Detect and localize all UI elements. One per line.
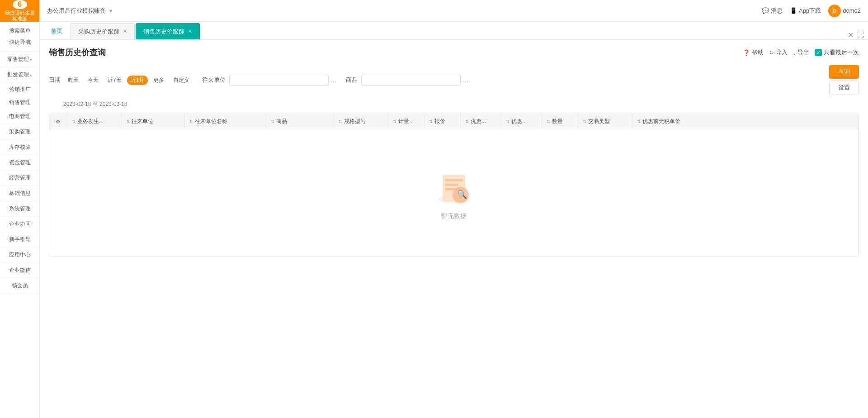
only-last-toggle[interactable]: ✓ 只看最后一次 — [815, 48, 859, 57]
sort-icon-no-tax: ⇅ — [637, 119, 641, 124]
sidebar-item-retail[interactable]: 零售管理▾ — [0, 52, 39, 67]
sort-icon-spec: ⇅ — [339, 119, 342, 124]
sidebar-item-basics[interactable]: 基础信息 — [0, 186, 39, 201]
partner-input[interactable] — [229, 75, 329, 86]
sort-icon-price: ⇅ — [429, 119, 433, 124]
th-unit[interactable]: ⇅ 计量... — [388, 114, 425, 129]
sidebar-item-enterprise[interactable]: 企业协同 — [0, 217, 39, 232]
sidebar-item-inventory[interactable]: 库存核算 — [0, 140, 39, 155]
partner-filter-label: 往来单位 — [202, 76, 226, 84]
shortcut-nav-item[interactable]: 快捷导航 — [3, 37, 37, 48]
sort-icon-unit-code: ⇅ — [126, 119, 130, 124]
empty-state: 🔍 暂无数据 — [49, 129, 859, 256]
data-table: ⚙ ⇅ 业务发生... ⇅ 往来单位 ⇅ 往来单位名称 — [49, 114, 859, 257]
sidebar-item-finance[interactable]: 资金管理 — [0, 155, 39, 171]
export-button[interactable]: ↓ 导出 — [793, 48, 810, 57]
page-header: 销售历史价查询 ❓ 帮助 ↻ 导入 ↓ 导出 ✓ — [49, 47, 859, 58]
th-discount1[interactable]: ⇅ 优惠... — [461, 114, 501, 129]
search-menu-item[interactable]: 搜索菜单 — [3, 25, 37, 37]
th-product[interactable]: ⇅ 商品 — [266, 114, 334, 129]
import-button[interactable]: ↻ 导入 — [769, 48, 788, 57]
topbar-dropdown-icon[interactable]: ▾ — [109, 8, 112, 14]
svg-rect-3 — [445, 184, 458, 186]
main-area: 办公用品行业模拟账套 ▾ 💬 消息 📱 App下载 D demo2 首页 采购历… — [40, 0, 868, 418]
sort-icon-discount2: ⇅ — [506, 119, 509, 124]
sidebar-item-wholesale[interactable]: 批发管理▴ — [0, 67, 39, 83]
maximize-button[interactable]: ⛶ — [857, 31, 864, 39]
topbar-title: 办公用品行业模拟账套 — [47, 7, 106, 15]
download-icon: 📱 — [790, 7, 797, 14]
sidebar-item-system[interactable]: 系统管理 — [0, 201, 39, 217]
sort-icon-trade-type: ⇅ — [583, 119, 586, 124]
th-date[interactable]: ⇅ 业务发生... — [67, 114, 122, 129]
sort-icon-unit: ⇅ — [393, 119, 396, 124]
partner-input-dots[interactable]: ... — [330, 76, 336, 84]
sidebar-item-sales[interactable]: 销售管理 — [0, 96, 39, 109]
partner-input-group: ... — [229, 75, 336, 86]
table-header: ⚙ ⇅ 业务发生... ⇅ 往来单位 ⇅ 往来单位名称 — [49, 114, 859, 129]
tabbar: 首页 采购历史价跟踪 ✕ 销售历史价跟踪 ✕ ✕ ⛶ — [40, 22, 868, 40]
tab-purchase-close-icon[interactable]: ✕ — [123, 28, 127, 34]
date-opt-today[interactable]: 今天 — [84, 76, 102, 85]
page-content: 销售历史价查询 ❓ 帮助 ↻ 导入 ↓ 导出 ✓ — [40, 40, 868, 418]
sidebar-item-ecommerce[interactable]: 电商管理 — [0, 109, 39, 124]
th-discount2[interactable]: ⇅ 优惠... — [501, 114, 542, 129]
query-button[interactable]: 查询 — [829, 65, 859, 79]
action-buttons: 查询 设置 — [829, 65, 859, 95]
svg-rect-2 — [445, 179, 463, 181]
th-unit-name[interactable]: ⇅ 往来单位名称 — [185, 114, 266, 129]
page-title: 销售历史价查询 — [49, 47, 106, 58]
sidebar-item-wechat[interactable]: 企业微信 — [0, 263, 39, 278]
settings-button[interactable]: 设置 — [829, 81, 859, 95]
sidebar-item-purchase[interactable]: 采购管理 — [0, 124, 39, 140]
topbar-left: 办公用品行业模拟账套 ▾ — [47, 7, 112, 15]
th-qty[interactable]: ⇅ 数量 — [542, 114, 578, 129]
product-input-dots[interactable]: ... — [462, 76, 468, 84]
date-opt-custom[interactable]: 自定义 — [170, 76, 193, 85]
import-icon: ↻ — [769, 49, 774, 56]
th-no-tax[interactable]: ⇅ 优惠前无税单价 — [632, 114, 859, 129]
th-spec[interactable]: ⇅ 规格型号 — [334, 114, 388, 129]
message-button[interactable]: 💬 消息 — [762, 7, 783, 15]
app-download-button[interactable]: 📱 App下载 — [790, 7, 821, 15]
partner-filter-group: 往来单位 ... — [202, 75, 336, 86]
tab-sales-history[interactable]: 销售历史价跟踪 ✕ — [136, 23, 200, 39]
sort-icon-qty: ⇅ — [547, 119, 550, 124]
date-opt-yesterday[interactable]: 昨天 — [64, 76, 82, 85]
sort-icon-product: ⇅ — [271, 119, 274, 124]
date-opt-1month[interactable]: 近1月 — [127, 76, 148, 85]
sort-icon-date: ⇅ — [72, 119, 75, 124]
export-icon: ↓ — [793, 49, 796, 56]
message-icon: 💬 — [762, 7, 769, 14]
th-price[interactable]: ⇅ 报价 — [425, 114, 461, 129]
topbar-right: 💬 消息 📱 App下载 D demo2 — [762, 5, 861, 17]
filter-row: 日期 昨天 今天 近7天 近1月 更多 自定义 往来单位 ... — [49, 65, 859, 95]
sidebar-item-member[interactable]: 畅会员 — [0, 278, 39, 294]
sort-icon-unit-name: ⇅ — [189, 119, 193, 124]
th-unit-code[interactable]: ⇅ 往来单位 — [122, 114, 185, 129]
tab-purchase-history[interactable]: 采购历史价跟踪 ✕ — [71, 23, 135, 39]
sidebar-item-operations[interactable]: 经营管理 — [0, 171, 39, 186]
tab-sales-close-icon[interactable]: ✕ — [188, 28, 192, 34]
topbar: 办公用品行业模拟账套 ▾ 💬 消息 📱 App下载 D demo2 — [40, 0, 868, 22]
page-inner: 销售历史价查询 ❓ 帮助 ↻ 导入 ↓ 导出 ✓ — [40, 40, 868, 418]
product-input[interactable] — [361, 75, 461, 86]
sort-icon-discount1: ⇅ — [465, 119, 469, 124]
sidebar: 6 畅捷通好生意 标准版 搜索菜单 快捷导航 零售管理▾ 批发管理▴ 营销推广 … — [0, 0, 40, 418]
date-opt-more[interactable]: 更多 — [150, 76, 168, 85]
date-opt-7days[interactable]: 近7天 — [104, 76, 125, 85]
help-icon: ❓ — [743, 49, 750, 56]
date-filter-group: 日期 昨天 今天 近7天 近1月 更多 自定义 — [49, 76, 193, 85]
product-filter-label: 商品 — [346, 76, 358, 84]
sidebar-item-guide[interactable]: 新手引导 — [0, 232, 39, 247]
tab-home[interactable]: 首页 — [43, 23, 70, 39]
th-gear[interactable]: ⚙ — [49, 114, 67, 129]
only-last-checkbox-icon[interactable]: ✓ — [815, 49, 822, 56]
sidebar-item-marketing[interactable]: 营销推广 — [0, 83, 39, 96]
sidebar-item-apps[interactable]: 应用中心 — [0, 247, 39, 263]
close-tab-button[interactable]: ✕ — [848, 31, 854, 39]
tabbar-actions: ✕ ⛶ — [848, 31, 864, 39]
help-button[interactable]: ❓ 帮助 — [743, 48, 764, 57]
user-menu[interactable]: D demo2 — [828, 5, 861, 17]
th-trade-type[interactable]: ⇅ 交易类型 — [578, 114, 632, 129]
